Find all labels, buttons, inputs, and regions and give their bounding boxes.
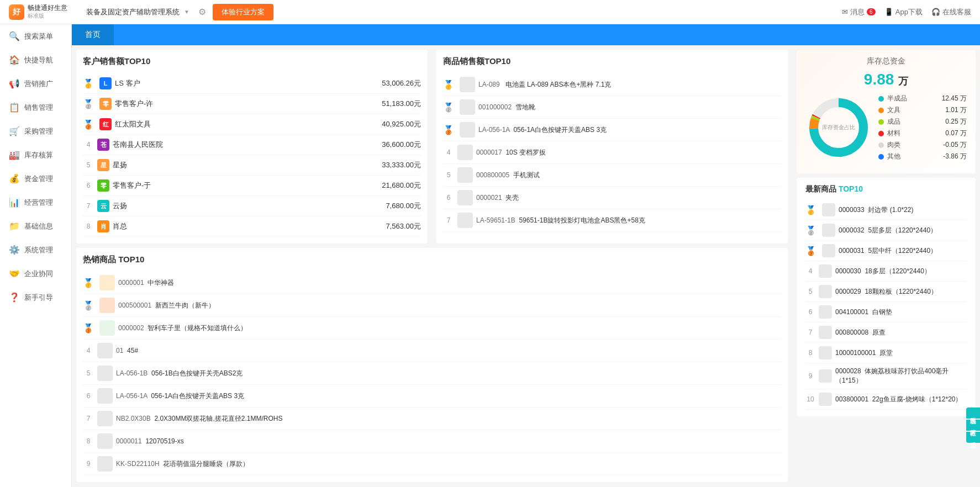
product-name: 智利车子里（规格不知道填什么） (147, 324, 247, 332)
product-info: LA-056-1B 056-1B白色按键开关壳ABS2克 (116, 369, 781, 378)
legend-item: 成品 0.25 万 (878, 116, 967, 128)
online-service-label: 在线客服 (942, 7, 971, 17)
message-label: 消息 (850, 7, 865, 17)
table-row: 🥈 000500001 新西兰牛肉（新牛） (83, 294, 781, 317)
rank-number: 6 (443, 194, 454, 202)
product-info: 0000028 体婉荔枝味苏打饮品400毫升（1*15） (835, 367, 967, 385)
product-ranking-card: 商品销售额TOP10 🥇 LA-089 电池盖 LA-089 ABS本色+黑种 … (436, 50, 788, 244)
table-row: 9 0000028 体婉荔枝味苏打饮品400毫升（1*15） (805, 363, 967, 389)
product-code: 10000100001 (835, 349, 876, 357)
sidebar-item-system[interactable]: ⚙️ 系统管理 (0, 238, 71, 262)
service-community-button[interactable]: 服务社区 (966, 420, 980, 431)
customer-name: 肖总 (113, 221, 386, 231)
system-name: 装备及固定资产辅助管理系统 (86, 7, 180, 17)
rank-number: 8 (83, 223, 94, 230)
customer-amount: 53,006.26元 (382, 78, 421, 88)
product-info: 004100001 白钢垫 (835, 308, 967, 317)
system-select: 装备及固定资产辅助管理系统 ▼ ⚙ (86, 7, 206, 17)
rank-number: 5 (443, 171, 454, 179)
sidebar-item-operations[interactable]: 📊 经营管理 (0, 190, 71, 214)
customer-name: LS 客户 (115, 78, 382, 88)
product-name: 056-1B白色按键开关壳ABS2克 (151, 369, 243, 377)
sidebar-item-quick-nav[interactable]: 🏠 快捷导航 (0, 48, 71, 72)
message-button[interactable]: ✉ 消息 6 (842, 7, 876, 17)
rank-number: 8 (83, 437, 94, 445)
product-icon (97, 411, 113, 426)
rank-number: 6 (805, 308, 815, 316)
rank-number: 10 (805, 395, 815, 403)
legend-area: 半成品 12.45 万 文具 1.01 万 成品 0.25 万 (872, 93, 967, 162)
product-info: 0000011 12070519-xs (116, 437, 781, 445)
sidebar-item-purchase[interactable]: 🛒 采购管理 (0, 119, 71, 143)
product-name: 电池盖 LA-089 ABS本色+黑种 7.1克 (505, 81, 612, 88)
direct-button[interactable]: 直播 (966, 432, 980, 443)
sidebar-item-marketing[interactable]: 📢 营销推广 (0, 72, 71, 96)
rank-number: 5 (83, 369, 94, 377)
app-download-button[interactable]: 📱 App下载 (884, 7, 923, 17)
system-icon: ⚙️ (9, 245, 20, 255)
inventory-card: 库存总资金 9.88 万 (797, 50, 976, 173)
product-info: NB2.0X30B 2.0X30MM双搓花轴,搓花直径2.1MM/ROHS (116, 414, 781, 424)
product-info: 01 45# (116, 347, 781, 354)
product-ranking-table: 🥇 LA-089 电池盖 LA-089 ABS本色+黑种 7.1克 🥈 (443, 73, 781, 232)
gear-icon[interactable]: ⚙ (198, 7, 206, 17)
customer-badge: 星 (97, 159, 109, 171)
product-code: LA-089 (478, 81, 500, 88)
online-service-button[interactable]: 🎧 在线客服 (931, 7, 971, 17)
sidebar-item-basic-info[interactable]: 📁 基础信息 (0, 214, 71, 238)
medal-icon: 🥉 (443, 125, 454, 135)
customer-badge: 苍 (97, 139, 109, 151)
product-code: 0000021 (476, 194, 502, 202)
product-icon (822, 224, 835, 237)
rank-number: 5 (805, 288, 815, 295)
rank-number: 7 (443, 216, 454, 224)
product-code: 0000033 (839, 206, 865, 214)
legend-label: 成品 (887, 117, 945, 126)
cs-hotline-button[interactable]: 客服热线 (966, 407, 980, 419)
trial-button[interactable]: 体验行业方案 (213, 4, 273, 20)
dropdown-arrow-icon[interactable]: ▼ (184, 9, 189, 15)
table-row: 5 0000029 18颗粒板（1220*2440） (805, 282, 967, 302)
table-row: 🥇 0000001 中华神器 (83, 272, 781, 294)
legend-item: 其他 -3.86 万 (878, 151, 967, 162)
table-row: 7 000800008 原查 (805, 322, 967, 343)
sidebar-item-collab[interactable]: 🤝 企业协同 (0, 262, 71, 285)
tab-home[interactable]: 首页 (72, 24, 114, 45)
medal-icon: 🥉 (83, 119, 94, 130)
finance-icon: 💰 (9, 173, 20, 184)
product-code: NB2.0X30B (116, 415, 151, 422)
legend-dot (878, 119, 884, 125)
sidebar-item-sales[interactable]: 📋 销售管理 (0, 96, 71, 119)
medal-icon: 🥇 (83, 78, 94, 89)
product-info: LA-056-1A 056-1A白色按键开关盖ABS 3克 (116, 391, 781, 401)
rank-number: 6 (83, 182, 94, 189)
medal-icon: 🥈 (805, 225, 816, 236)
product-info: 10000100001 原堂 (835, 348, 967, 358)
product-code: 0000029 (835, 288, 861, 295)
inventory-value: 9.88 (864, 71, 894, 88)
customer-ranking-card: 客户销售额TOP10 🥇 L LS 客户 53,006.26元 🥈 零 零售客户… (76, 50, 428, 244)
product-code: LA-056-1B (116, 369, 147, 377)
product-code: 0000032 (839, 226, 865, 234)
table-row: 5 000800005 手机测试 (443, 164, 781, 187)
table-row: 🥈 零 零售客户-许 51,183.00元 (83, 94, 421, 114)
hot-products-title: 热销商品 TOP10 (83, 255, 781, 265)
new-products-title: 最新商品 TOP10 (805, 184, 967, 194)
sidebar-item-inventory[interactable]: 🏭 库存核算 (0, 143, 71, 167)
sales-icon: 📋 (9, 102, 20, 113)
sidebar-item-label-system: 系统管理 (24, 245, 53, 255)
rank-number: 4 (83, 141, 94, 149)
product-name: 原查 (872, 329, 886, 336)
sidebar-item-finance[interactable]: 💰 资金管理 (0, 167, 71, 190)
rank-number: 7 (83, 202, 94, 210)
legend-value: -3.86 万 (943, 152, 967, 161)
rank-number: 4 (83, 347, 94, 354)
sidebar-item-search[interactable]: 🔍 搜索菜单 (0, 24, 71, 48)
legend-label: 肉类 (887, 140, 943, 150)
product-info: 0000017 10S 变档罗扳 (476, 148, 781, 157)
table-row: 4 0000030 18多层（1220*2440） (805, 261, 967, 282)
product-info: 001000002 雪地靴 (478, 103, 781, 112)
legend-label: 半成品 (887, 94, 942, 103)
sidebar-item-guide[interactable]: ❓ 新手引导 (0, 285, 71, 309)
product-info: 0000033 封边带 (1.0*22) (839, 205, 967, 215)
